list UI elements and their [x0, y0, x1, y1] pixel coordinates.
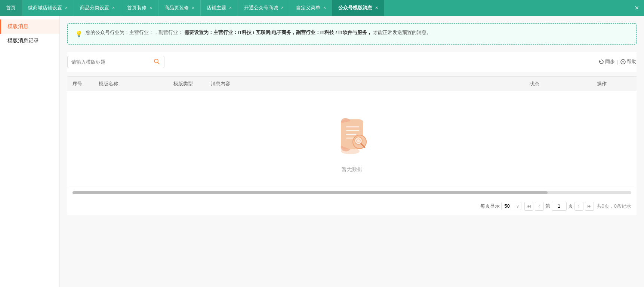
col-header-content: 消息内容: [206, 76, 524, 91]
table-header: 序号 模版名称 模版类型 消息内容 状态 操作: [67, 76, 637, 91]
search-button[interactable]: [150, 56, 163, 68]
close-tab-homepage[interactable]: ×: [150, 5, 152, 10]
close-tab-theme[interactable]: ×: [229, 5, 232, 10]
close-tab-category[interactable]: ×: [112, 5, 115, 10]
scrollbar-track: [73, 191, 631, 194]
tab-productpage-label: 商品页装修: [164, 4, 189, 11]
main-layout: 模版消息 模版消息记录 💡 您的公众号行业为：主营行业：，副营行业： 需要设置为…: [0, 16, 644, 287]
next-page-button[interactable]: ›: [574, 202, 583, 211]
tab-category[interactable]: 商品分类设置 ×: [74, 0, 121, 16]
sync-label: 同步: [605, 58, 615, 65]
tab-homepage-label: 首页装修: [127, 4, 147, 11]
tab-mall[interactable]: 开通公众号商城 ×: [238, 0, 290, 16]
first-page-button[interactable]: ⏮: [524, 202, 533, 211]
help-icon: ?: [620, 59, 626, 64]
search-input[interactable]: [68, 57, 150, 67]
close-tab-mall[interactable]: ×: [281, 5, 284, 10]
help-label: 帮助: [627, 58, 637, 65]
help-button[interactable]: ? 帮助: [620, 58, 637, 65]
close-tab-weishop[interactable]: ×: [65, 5, 68, 10]
pagination: 每页显示 50 20 100 ⏮ ‹ 第 页 › ⏭ 共0页，0条记录: [67, 197, 637, 215]
notice-box: 💡 您的公众号行业为：主营行业：，副营行业： 需要设置为：主营行业：IT科技 /…: [67, 23, 637, 45]
notice-text: 您的公众号行业为：主营行业：，副营行业： 需要设置为：主营行业：IT科技 / 互…: [86, 29, 431, 37]
toolbar-right: 同步 | ? 帮助: [599, 58, 637, 65]
col-header-type: 模版类型: [168, 76, 206, 91]
tab-home-label: 首页: [6, 4, 16, 11]
empty-state: 暂无数据: [67, 91, 637, 188]
search-wrap: [67, 56, 164, 68]
tab-theme-label: 店铺主题: [207, 4, 226, 11]
svg-text:?: ?: [622, 60, 624, 64]
sync-icon: [599, 59, 604, 64]
tab-category-label: 商品分类设置: [80, 4, 109, 11]
last-page-button[interactable]: ⏭: [585, 202, 594, 211]
close-tab-productpage[interactable]: ×: [192, 5, 194, 10]
empty-illustration: [330, 114, 375, 159]
notice-text-before: 您的公众号行业为：主营行业：，副营行业：: [86, 30, 183, 35]
close-all-button[interactable]: ×: [629, 0, 644, 16]
col-header-status: 状态: [524, 76, 592, 91]
col-header-seq: 序号: [67, 76, 93, 91]
content-area: 💡 您的公众号行业为：主营行业：，副营行业： 需要设置为：主营行业：IT科技 /…: [60, 16, 644, 287]
page-input[interactable]: [552, 202, 567, 211]
sidebar-item-template-msg[interactable]: 模版消息: [0, 19, 59, 34]
sidebar: 模版消息 模版消息记录: [0, 16, 60, 287]
page-size-select: 每页显示 50 20 100: [480, 202, 521, 210]
tab-template-label: 公众号模版消息: [338, 4, 372, 11]
toolbar-divider: |: [617, 59, 618, 65]
page-label: 第: [545, 203, 550, 210]
tab-homepage[interactable]: 首页装修 ×: [121, 0, 158, 16]
empty-text: 暂无数据: [75, 166, 629, 173]
svg-line-1: [158, 62, 159, 64]
data-table: 序号 模版名称 模版类型 消息内容 状态 操作: [67, 76, 637, 188]
table-body: 暂无数据: [67, 91, 637, 188]
notice-text-after: 才能正常发送预置的消息。: [373, 30, 431, 35]
horizontal-scrollbar[interactable]: [67, 188, 637, 197]
notice-highlight: 需要设置为：主营行业：IT科技 / 互联网|电子商务，副营行业：IT科技 / I…: [184, 30, 372, 35]
sidebar-item-template-record[interactable]: 模版消息记录: [0, 34, 59, 48]
page-unit: 页: [568, 203, 573, 210]
prev-page-button[interactable]: ‹: [535, 202, 544, 211]
top-navigation: 首页 微商城店铺设置 × 商品分类设置 × 首页装修 × 商品页装修 × 店铺主…: [0, 0, 644, 16]
col-header-name: 模版名称: [93, 76, 168, 91]
page-total: 共0页，0条记录: [597, 203, 631, 210]
sync-button[interactable]: 同步: [599, 58, 615, 65]
tab-custommenu[interactable]: 自定义菜单 ×: [290, 0, 332, 16]
tab-home[interactable]: 首页: [0, 0, 22, 16]
tab-weishop[interactable]: 微商城店铺设置 ×: [22, 0, 74, 16]
page-nav: ⏮ ‹ 第 页 › ⏭: [524, 202, 594, 211]
page-size-wrap: 50 20 100: [501, 202, 521, 210]
tab-theme[interactable]: 店铺主题 ×: [201, 0, 238, 16]
col-header-action: 操作: [592, 76, 637, 91]
tab-custommenu-label: 自定义菜单: [296, 4, 320, 11]
search-icon: [154, 58, 160, 64]
close-tab-custommenu[interactable]: ×: [323, 5, 326, 10]
sidebar-item-template-msg-label: 模版消息: [7, 23, 28, 29]
tab-weishop-label: 微商城店铺设置: [28, 4, 62, 11]
sidebar-item-template-record-label: 模版消息记录: [7, 37, 39, 43]
toolbar: 同步 | ? 帮助: [67, 52, 637, 72]
tab-productpage[interactable]: 商品页装修 ×: [158, 0, 201, 16]
close-tab-template[interactable]: ×: [375, 5, 378, 10]
notice-icon: 💡: [75, 29, 83, 39]
scrollbar-thumb[interactable]: [73, 191, 548, 194]
page-size-label: 每页显示: [480, 203, 500, 210]
page-size-dropdown[interactable]: 50 20 100: [501, 202, 521, 210]
tab-template[interactable]: 公众号模版消息 ×: [332, 0, 384, 16]
tab-mall-label: 开通公众号商城: [244, 4, 278, 11]
